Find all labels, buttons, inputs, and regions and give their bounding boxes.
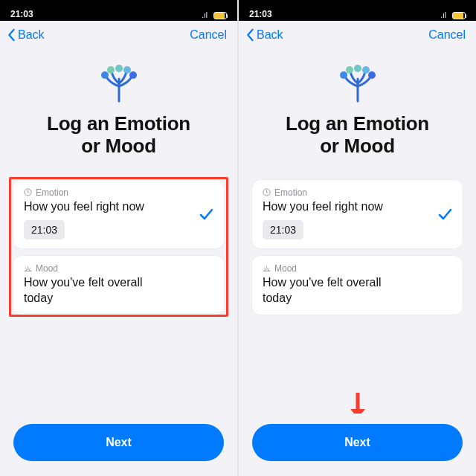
app-logo-icon — [335, 62, 380, 104]
status-bar: 21:03 .ıl — [0, 0, 237, 21]
svg-point-12 — [368, 71, 376, 79]
nav-bar: Back Cancel — [0, 21, 237, 46]
battery-icon — [213, 12, 227, 19]
svg-point-11 — [340, 71, 347, 79]
nav-bar: Back Cancel — [239, 21, 476, 46]
svg-point-9 — [346, 66, 353, 74]
checkmark-icon — [437, 207, 452, 225]
status-time: 21:03 — [10, 9, 33, 19]
screen: Back Cancel — [0, 21, 237, 476]
sunrise-icon — [263, 265, 271, 273]
bottom-bar: Next — [239, 414, 476, 476]
emotion-time-pill[interactable]: 21:03 — [263, 220, 303, 239]
back-button[interactable]: Back — [6, 28, 45, 42]
chevron-left-icon — [6, 28, 16, 42]
page-title: Log an Emotionor Mood — [252, 113, 463, 158]
mood-card-text: How you've felt overall today — [24, 275, 143, 306]
clock-icon — [24, 188, 32, 196]
bottom-bar: Next — [0, 414, 237, 476]
screen: Back Cancel — [239, 21, 476, 476]
hero: Log an Emotionor Mood — [239, 46, 476, 164]
app-logo-icon — [97, 62, 141, 104]
back-label: Back — [257, 28, 283, 42]
emotion-card[interactable]: Emotion How you feel right now 21:03 — [252, 180, 463, 248]
emotion-card[interactable]: Emotion How you feel right now 21:03 — [13, 180, 224, 248]
chevron-left-icon — [245, 28, 255, 42]
status-icons: .ıl — [202, 11, 227, 19]
back-button[interactable]: Back — [245, 28, 283, 42]
sunrise-icon — [24, 265, 32, 273]
svg-point-1 — [115, 65, 123, 72]
option-cards: Emotion How you feel right now 21:03 Moo… — [239, 180, 476, 315]
svg-point-10 — [362, 66, 370, 74]
hero: Log an Emotionor Mood — [0, 46, 237, 164]
phone-right: 21:03 .ıl Back Cancel — [239, 0, 476, 476]
status-bar: 21:03 .ıl — [239, 0, 476, 21]
status-icons: .ıl — [440, 11, 466, 19]
emotion-card-header: Emotion — [24, 187, 213, 198]
mood-card-header: Mood — [263, 263, 452, 274]
screenshot-pair: 21:03 .ıl Back Cancel — [0, 0, 476, 476]
mood-card[interactable]: Mood How you've felt overall today — [13, 256, 224, 315]
svg-point-5 — [129, 71, 137, 79]
back-label: Back — [18, 28, 45, 42]
battery-icon — [452, 12, 466, 19]
cancel-button[interactable]: Cancel — [190, 28, 227, 42]
svg-point-3 — [123, 66, 131, 74]
mood-card-text: How you've felt overall today — [263, 275, 382, 306]
svg-point-2 — [107, 66, 115, 74]
mood-card-header: Mood — [24, 263, 213, 274]
svg-point-8 — [354, 65, 361, 72]
signal-icon: .ıl — [440, 11, 446, 19]
svg-point-4 — [101, 71, 109, 79]
emotion-card-text: How you feel right now — [24, 199, 213, 214]
next-button[interactable]: Next — [252, 424, 463, 461]
cancel-button[interactable]: Cancel — [428, 28, 466, 42]
option-cards: Emotion How you feel right now 21:03 Moo… — [0, 180, 237, 315]
emotion-time-pill[interactable]: 21:03 — [24, 220, 65, 239]
signal-icon: .ıl — [202, 11, 208, 19]
clock-icon — [263, 188, 271, 196]
emotion-card-header: Emotion — [263, 187, 452, 198]
phone-left: 21:03 .ıl Back Cancel — [0, 0, 237, 476]
emotion-card-text: How you feel right now — [263, 199, 452, 214]
status-time: 21:03 — [249, 9, 272, 19]
mood-card[interactable]: Mood How you've felt overall today — [252, 256, 463, 315]
next-button[interactable]: Next — [13, 424, 224, 461]
checkmark-icon — [199, 207, 213, 225]
page-title: Log an Emotionor Mood — [13, 113, 224, 158]
